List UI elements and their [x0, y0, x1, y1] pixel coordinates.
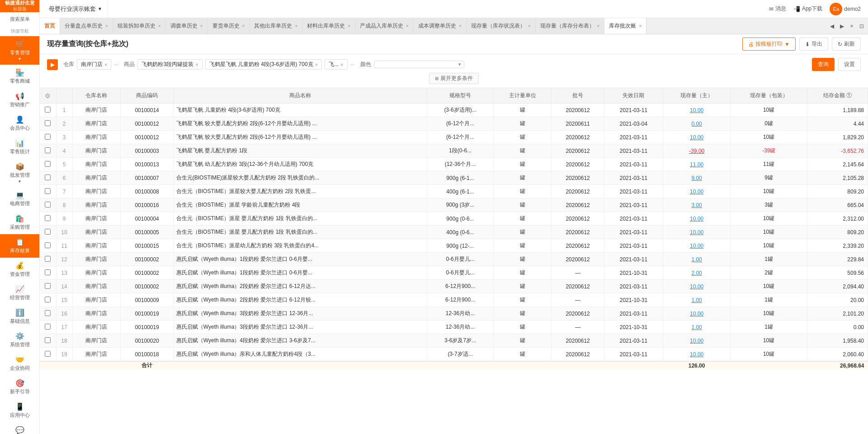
- product-tag-2[interactable]: 飞鹤星飞帆 儿童奶粉 4段(3-6岁适用) 700克 ×: [205, 59, 322, 70]
- row-qty-main[interactable]: 3.00: [663, 198, 731, 212]
- warehouse-tag[interactable]: 南岸门店 ×: [77, 59, 111, 70]
- product-more-icon[interactable]: ···: [350, 61, 355, 68]
- close-tab-current-dist[interactable]: ×: [597, 24, 600, 28]
- row-qty-main[interactable]: 10.00: [663, 185, 731, 198]
- query-button[interactable]: 查询: [812, 58, 835, 71]
- tab-menu-button[interactable]: ⊡: [857, 22, 866, 31]
- remove-warehouse-tag[interactable]: ×: [104, 62, 107, 67]
- checkbox-input[interactable]: [45, 269, 51, 275]
- tab-prev-button[interactable]: ◀: [827, 22, 836, 31]
- checkbox-input[interactable]: [45, 351, 51, 357]
- tab-disassemble[interactable]: 组装拆卸单历史 ×: [113, 18, 166, 34]
- checkbox-input[interactable]: [45, 337, 51, 343]
- checkbox-input[interactable]: [45, 161, 51, 167]
- close-tab-current-status[interactable]: ×: [528, 24, 531, 28]
- tab-batch-voucher[interactable]: 库存批次账 ×: [604, 18, 646, 34]
- sidebar-item-guide[interactable]: 🎯 新手引导: [0, 375, 40, 399]
- checkbox-input[interactable]: [45, 256, 51, 262]
- sidebar-item-app-center[interactable]: 📱 应用中心: [0, 399, 40, 422]
- sidebar-item-ecommerce[interactable]: 💻 电商管理: [0, 187, 40, 211]
- row-qty-main[interactable]: 10.00: [663, 280, 731, 293]
- settings-icon[interactable]: ⚙: [45, 92, 51, 99]
- row-qty-main[interactable]: 10.00: [663, 239, 731, 253]
- row-checkbox[interactable]: [40, 293, 56, 307]
- tab-cost-adjust[interactable]: 成本调整单历史 ×: [414, 18, 467, 34]
- checkbox-input[interactable]: [45, 175, 51, 180]
- filter-expand-button[interactable]: ▶: [47, 59, 58, 70]
- refresh-button[interactable]: ↻ 刷新: [832, 38, 861, 51]
- tab-current-status[interactable]: 现存量（库存状况表） ×: [467, 18, 536, 34]
- sidebar-item-basic[interactable]: ℹ️ 基础信息: [0, 305, 40, 328]
- close-tab-batch-voucher[interactable]: ×: [639, 24, 642, 28]
- row-checkbox[interactable]: [40, 171, 56, 185]
- user-profile[interactable]: Ea demo2: [830, 3, 861, 15]
- sidebar-item-inventory[interactable]: 📋 库存核算: [0, 234, 40, 258]
- checkbox-input[interactable]: [45, 120, 51, 126]
- checkbox-input[interactable]: [45, 242, 51, 248]
- product-tag-1[interactable]: 飞鹤奶粉3段丙罐提装 ×: [137, 59, 202, 70]
- close-tab-cost-adjust[interactable]: ×: [459, 24, 462, 28]
- row-qty-main[interactable]: 10.00: [663, 307, 731, 321]
- sidebar-item-retail-mall[interactable]: 🏪 零售商城: [0, 65, 40, 88]
- row-qty-main[interactable]: 2.00: [663, 266, 731, 280]
- row-qty-main[interactable]: 1.00: [663, 253, 731, 266]
- checkbox-input[interactable]: [45, 310, 51, 316]
- tab-close-all-button[interactable]: ×: [847, 22, 856, 31]
- checkbox-input[interactable]: [45, 202, 51, 208]
- sidebar-item-retail-stats[interactable]: 📊 零售统计: [0, 135, 40, 159]
- warehouse-more-icon[interactable]: ···: [114, 61, 118, 68]
- tab-split-inventory[interactable]: 分量盘点单历史 ×: [60, 18, 113, 34]
- sidebar-item-enterprise-wechat[interactable]: 💬 企业微信: [0, 422, 40, 434]
- row-checkbox[interactable]: [40, 226, 56, 239]
- row-checkbox[interactable]: [40, 185, 56, 198]
- row-qty-main[interactable]: 9.00: [663, 171, 731, 185]
- row-checkbox[interactable]: [40, 348, 56, 362]
- sidebar-item-member-center[interactable]: 👤 会员中心: [0, 112, 40, 135]
- row-qty-main[interactable]: 1.00: [663, 293, 731, 307]
- remove-product-tag-1[interactable]: ×: [195, 62, 198, 67]
- row-checkbox[interactable]: [40, 158, 56, 171]
- close-tab-split-inventory[interactable]: ×: [105, 24, 108, 28]
- row-checkbox[interactable]: [40, 280, 56, 293]
- tab-material-out[interactable]: 材料出库单历史 ×: [302, 18, 355, 34]
- checkbox-input[interactable]: [45, 283, 51, 289]
- row-qty-main[interactable]: 10.00: [663, 226, 731, 239]
- row-checkbox[interactable]: [40, 198, 56, 212]
- settings-button[interactable]: 设置: [838, 58, 861, 71]
- checkbox-input[interactable]: [45, 107, 51, 113]
- row-checkbox[interactable]: [40, 266, 56, 280]
- row-checkbox[interactable]: [40, 212, 56, 226]
- row-qty-main[interactable]: 1.00: [663, 321, 731, 334]
- row-checkbox[interactable]: [40, 144, 56, 158]
- row-checkbox[interactable]: [40, 253, 56, 266]
- tab-require[interactable]: 要货单历史 ×: [208, 18, 250, 34]
- message-button[interactable]: ✉ 消息: [769, 5, 786, 13]
- search-menu-button[interactable]: 搜索菜单: [0, 12, 39, 26]
- row-checkbox[interactable]: [40, 307, 56, 321]
- color-input[interactable]: ▼: [374, 61, 464, 68]
- tab-pick[interactable]: 调拨单历史 ×: [166, 18, 208, 34]
- tab-home[interactable]: 首页: [40, 18, 60, 34]
- row-qty-main[interactable]: 0.00: [663, 117, 731, 131]
- sidebar-item-enterprise[interactable]: 🤝 企业协同: [0, 352, 40, 375]
- row-checkbox[interactable]: [40, 239, 56, 253]
- row-qty-main[interactable]: 10.00: [663, 131, 731, 144]
- close-tab-disassemble[interactable]: ×: [158, 24, 161, 28]
- sidebar-item-marketing[interactable]: 📢 营销推广: [0, 88, 40, 112]
- sidebar-item-finance[interactable]: 💰 资金管理: [0, 258, 40, 281]
- row-qty-main[interactable]: 10.00: [663, 104, 731, 117]
- row-qty-main[interactable]: 10.00: [663, 212, 731, 226]
- sidebar-item-wholesale[interactable]: 📦 批发管理 ▼: [0, 159, 40, 187]
- expand-more-button[interactable]: ⊞ 展开更多条件: [429, 73, 479, 84]
- remove-product-tag-2[interactable]: ×: [315, 62, 318, 67]
- close-tab-require[interactable]: ×: [242, 24, 245, 28]
- product-tag-more[interactable]: 飞... ×: [325, 59, 347, 70]
- remove-product-more[interactable]: ×: [340, 62, 343, 67]
- row-qty-main[interactable]: 10.00: [663, 348, 731, 362]
- print-button[interactable]: 🖨 按模板打印 ▼: [742, 38, 796, 51]
- account-dropdown[interactable]: 母婴行业演示账套 ▼: [43, 0, 108, 18]
- close-tab-other-out[interactable]: ×: [295, 24, 297, 28]
- sidebar-item-system[interactable]: ⚙️ 系统管理: [0, 328, 40, 352]
- app-download-button[interactable]: 📲 App下载: [793, 5, 822, 13]
- row-checkbox[interactable]: [40, 321, 56, 334]
